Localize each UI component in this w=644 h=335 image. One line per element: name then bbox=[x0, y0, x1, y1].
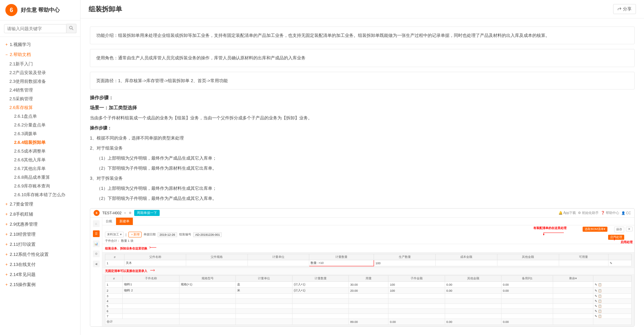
ss-tabs: 台账 新建单 bbox=[102, 218, 634, 225]
ss-new-btn: ＋新增 bbox=[128, 232, 142, 237]
ss-assembly-no-value: AD-20191226-001 bbox=[193, 232, 222, 237]
ss-company: TEST-H002 bbox=[102, 211, 121, 215]
ops-steps-sub-title: 操作步骤： bbox=[90, 124, 635, 132]
ss-icons: 🔔 App下载 ⚙ 初始化助手 ❓ 帮助中心 👤 CC bbox=[558, 211, 631, 215]
collapse-icon: − bbox=[5, 52, 8, 57]
sidebar-item-transfer[interactable]: 2.6.3调拨单 bbox=[0, 129, 80, 138]
sidebar-item-ops[interactable]: + 2.10经营管理 bbox=[0, 229, 80, 239]
sidebar-item-funds[interactable]: + 2.7资金管理 bbox=[0, 199, 80, 209]
main-area: 组装拆卸单 分享 功能介绍：组装拆卸单用来处理企业组装或拆卸等加工业务，支持有固… bbox=[80, 0, 644, 335]
ss-main-content: ⌂ ☰ 📊 ⚙ ◀ 台账 新建单 bbox=[90, 218, 634, 326]
sidebar-header: 6 好生意 帮助中心 bbox=[0, 0, 80, 20]
ss-header-row: 来料加工 ▾ | ＋新增 单据日期 2019-12-26 组装编号 AD-201… bbox=[102, 225, 634, 244]
insert-arrow bbox=[150, 269, 156, 272]
intro-block-2: 使用角色：通常由生产人员或库管人员完成拆装业务的操作，库管人员确认原材料的出库和… bbox=[90, 49, 635, 67]
step3-text: 3、对于拆装业务 bbox=[90, 174, 635, 183]
search-button[interactable] bbox=[66, 24, 76, 33]
table-row: 7✎ 📋 bbox=[105, 314, 632, 319]
ss-upper-table: # 父件名称 父件规格 计量单位 计量数量 生产数量 成本金额 其他金额 可用量 bbox=[105, 254, 632, 266]
bom-arrow bbox=[540, 230, 567, 236]
step2-1-text: （1）上部明细为父件明细，最终作为产成品生成其它入库单； bbox=[97, 154, 635, 163]
ss-icon-settings-small: ⚙ bbox=[93, 250, 100, 257]
sidebar-item-assembly[interactable]: 2.6.4组装拆卸单 bbox=[0, 138, 80, 147]
table-row: 5✎ 📋 bbox=[105, 304, 632, 309]
table-row: 6✎ 📋 bbox=[105, 309, 632, 314]
share-button[interactable]: 分享 bbox=[613, 4, 636, 14]
sidebar-item-coupon[interactable]: + 2.9优惠券管理 bbox=[0, 219, 80, 229]
table-row: 3✎ 📋 bbox=[105, 294, 632, 299]
screenshot-container: 6 TEST-H002 ▾ ⚙ 周期单据一下 🔔 App下载 ⚙ 初始化助手 ❓… bbox=[90, 208, 635, 327]
ss-doc-date-value: 2019-12-26 bbox=[158, 232, 177, 237]
ss-type-select: 来料加工 ▾ bbox=[105, 232, 124, 237]
scene1-title: 场景一：加工类型选择 bbox=[90, 105, 635, 111]
table-row: 1 物料1 规格(+1) 盒 (计入+1) 30.00 100 0.00 0.0 bbox=[105, 282, 632, 288]
step3-1-text: （1）上部明细为父件明细，最终作为原材料生成其它出库单； bbox=[97, 184, 635, 193]
ss-icon-home: ⌂ bbox=[93, 220, 100, 227]
sidebar-nav: + 1.视频学习 − 2.帮助文档 2.1新手入门 2.2产品安装及登录 2.3… bbox=[0, 37, 80, 335]
sidebar-item-cost-calc[interactable]: 2.6.8商品成本重算 bbox=[0, 173, 80, 182]
app-logo: 6 bbox=[5, 4, 17, 16]
sidebar-item-faq[interactable]: + 2.14常见问题 bbox=[0, 270, 80, 280]
sidebar-item-mobile[interactable]: + 2.8手机旺辅 bbox=[0, 209, 80, 219]
sidebar-item-newcomer[interactable]: 2.1新手入门 bbox=[0, 60, 80, 68]
ss-close-btn: ✕ bbox=[626, 227, 633, 231]
sidebar-item-purchase[interactable]: 2.5采购管理 bbox=[0, 95, 80, 103]
ss-tab-new: 新建单 bbox=[116, 218, 133, 225]
ss-lower-table-area: # 子件名称 规格型号 计量单位 计量数量 用量 子件金额 其他金额 备用列1 bbox=[102, 274, 634, 326]
sidebar-item-install[interactable]: 2.2产品安装及登录 bbox=[0, 68, 80, 77]
ops-title: 操作步骤： bbox=[90, 95, 635, 101]
ss-type-row: 组装业务、拆卸业务在这里切换 bbox=[102, 244, 634, 253]
sidebar-item-stock-book[interactable]: 2.6.9库存账本查询 bbox=[0, 182, 80, 190]
sidebar-item-cases[interactable]: + 2.15操作案例 bbox=[0, 280, 80, 290]
sidebar: 6 好生意 帮助中心 + 1.视频学习 − 2.帮助文档 2.1新手入门 2.2… bbox=[0, 0, 80, 335]
ss-bom-btn: 选取BOM清单▾ bbox=[583, 227, 607, 232]
sidebar-item-data-prep[interactable]: 2.3使用前数据准备 bbox=[0, 77, 80, 86]
page-title: 组装拆卸单 bbox=[89, 5, 122, 14]
step3-2-text: （2）下部明细为子件明细，最终作为产成品生成其它入库单。 bbox=[97, 194, 635, 203]
process-arrow bbox=[609, 235, 616, 242]
ss-topbar: 6 TEST-H002 ▾ ⚙ 周期单据一下 🔔 App下载 ⚙ 初始化助手 ❓… bbox=[90, 209, 634, 218]
ss-icon-arrow: ◀ bbox=[93, 261, 100, 267]
ss-annotation-row: 无固定清单可以直接在这里录入 bbox=[102, 268, 634, 274]
sidebar-item-videos[interactable]: + 1.视频学习 bbox=[0, 40, 80, 50]
sidebar-item-stocktake[interactable]: 2.6.1盘点单 bbox=[0, 112, 80, 121]
step1-text: 1、根据不同的业务，选择不同单据的类型来处理 bbox=[90, 134, 635, 143]
sidebar-item-stock-err[interactable]: 2.6.10库存账本错了怎么办 bbox=[0, 190, 80, 199]
ss-tab-list: 台账 bbox=[102, 218, 116, 225]
sidebar-item-settings[interactable]: + 2.12系统个性化设置 bbox=[0, 249, 80, 260]
main-header: 组装拆卸单 分享 bbox=[80, 0, 644, 18]
sidebar-item-print[interactable]: + 2.11打印设置 bbox=[0, 239, 80, 249]
ss-upper-table-area: # 父件名称 父件规格 计量单位 计量数量 生产数量 成本金额 其他金额 可用量 bbox=[102, 253, 634, 268]
sidebar-item-payment[interactable]: + 2.13在线支付 bbox=[0, 260, 80, 270]
content-area: 功能介绍：组装拆卸单用来处理企业组装或拆卸等加工业务，支持有固定装配清单的产品加… bbox=[80, 18, 644, 335]
sidebar-item-cost-adjust[interactable]: 2.6.5成本调整单 bbox=[0, 147, 80, 156]
scene1-desc: 当由多个子件材料组装成一个成品的业务为【组装】业务，当由一个父件拆分成多个子产品… bbox=[90, 114, 635, 122]
ss-doc-date-label: 单据日期 bbox=[144, 232, 156, 237]
ss-app-logo: 6 bbox=[94, 210, 100, 216]
ss-icon-chart: 📊 bbox=[93, 240, 100, 247]
table-row: 2 物料 2 米 (计入+1) 20.00 100 0.00 0.00 bbox=[105, 288, 632, 294]
search-input[interactable] bbox=[4, 24, 66, 33]
screenshot-inner: 6 TEST-H002 ▾ ⚙ 周期单据一下 🔔 App下载 ⚙ 初始化助手 ❓… bbox=[90, 209, 634, 326]
ss-table-footer: 合计 89.00 0.00 0.00 0.00 bbox=[105, 319, 632, 325]
type-arrow bbox=[150, 245, 160, 249]
sidebar-item-split-stock[interactable]: 2.6.2分量盘点单 bbox=[0, 121, 80, 129]
ss-assembly-no-label: 组装编号 bbox=[179, 232, 191, 237]
sidebar-item-inventory[interactable]: 2.6库存核算 bbox=[0, 103, 80, 112]
step2-text: 2、对于组装业务 bbox=[90, 144, 635, 153]
sidebar-item-sales[interactable]: 2.4销售管理 bbox=[0, 86, 80, 95]
search-bar bbox=[0, 20, 80, 37]
table-row: 4✎ 📋 bbox=[105, 299, 632, 304]
expand-icon: + bbox=[5, 42, 8, 47]
app-title: 好生意 帮助中心 bbox=[21, 7, 60, 14]
table-row: 1 关木 数量: >10 100 bbox=[105, 260, 632, 266]
sidebar-item-other-in[interactable]: 2.6.6其他入库单 bbox=[0, 156, 80, 164]
ss-content: 台账 新建单 来料加工 ▾ | ＋新增 单据日期 2019-12-26 组装编号… bbox=[102, 218, 634, 326]
ss-save-btn: 保存 bbox=[614, 227, 624, 232]
sidebar-item-other-out[interactable]: 2.6.7其他出库单 bbox=[0, 164, 80, 173]
svg-line-1 bbox=[72, 29, 73, 30]
annotation-type: 组装业务、拆卸业务在这里切换 bbox=[105, 247, 147, 250]
sidebar-item-docs[interactable]: − 2.帮助文档 bbox=[0, 50, 80, 60]
ss-icon-sidebar: ⌂ ☰ 📊 ⚙ ◀ bbox=[90, 218, 102, 326]
intro-block-3: 页面路径：1、库存核算->库存管理->组装拆卸单 2、首页->常用功能 bbox=[90, 72, 635, 90]
